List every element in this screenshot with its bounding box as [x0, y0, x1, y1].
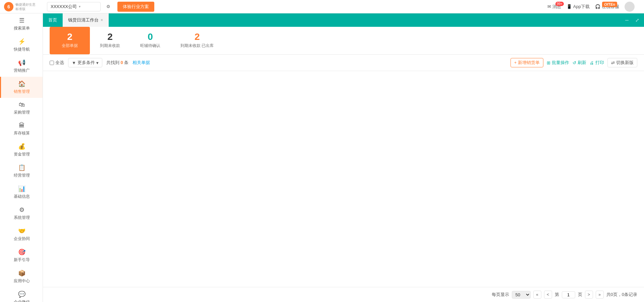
- stat-num-overdue: 2: [107, 32, 113, 42]
- stat-num-pending: 0: [148, 32, 153, 42]
- sidebar-item-operations[interactable]: 📋 经营管理: [0, 161, 43, 182]
- stat-label-all: 全部单据: [62, 43, 78, 49]
- stat-card-overdue[interactable]: 2 到期未收款: [90, 27, 130, 54]
- headset-icon: 🎧: [595, 4, 600, 9]
- app-download-button[interactable]: 📱 App下载: [567, 4, 590, 10]
- sidebar-item-marketing[interactable]: 📢 营销推广: [0, 56, 43, 77]
- filter-label: 更多条件: [77, 60, 95, 66]
- print-icon: 🖨: [590, 60, 594, 65]
- sidebar-label-sales: 销售管理: [14, 89, 30, 95]
- filter-dropdown-icon: ▾: [96, 60, 99, 65]
- sidebar-item-purchase[interactable]: 🛍 采购管理: [0, 98, 43, 119]
- page-size-label: 每页显示: [492, 292, 509, 298]
- related-records-link[interactable]: 相关单据: [132, 60, 150, 66]
- tab-home[interactable]: 首页: [43, 13, 63, 27]
- sidebar-label-quick-nav: 快捷导航: [14, 47, 30, 52]
- avatar[interactable]: [625, 2, 635, 12]
- quick-nav-icon: ⚡: [18, 38, 25, 45]
- toolbar-right: + 新增销货单 ⊞ 批量操作 ↺ 刷新 🖨 打印 ⇄: [511, 58, 637, 67]
- batch-label: 批量操作: [552, 60, 569, 66]
- company-selector[interactable]: XXXXXX公司 ▾: [47, 2, 101, 11]
- toolbar: 全选 ▼ 更多条件 ▾ 共找到 0 条 相关单据 + 新增销货单 ⊞: [43, 55, 644, 71]
- basic-info-icon: 📊: [18, 185, 25, 192]
- print-label: 打印: [595, 60, 604, 66]
- total-text: 共0页，0条记录: [606, 292, 637, 298]
- sidebar-item-guide[interactable]: 🎯 新手引导: [0, 245, 43, 266]
- prev-page-button[interactable]: <: [544, 291, 552, 299]
- sidebar-label-app-center: 应用中心: [14, 278, 30, 284]
- try-industry-button[interactable]: 体验行业方案: [117, 2, 154, 12]
- first-page-button[interactable]: «: [533, 291, 541, 299]
- sidebar-label-purchase: 采购管理: [14, 110, 30, 115]
- sidebar-label-inventory: 库存核算: [14, 130, 30, 136]
- new-sales-order-button[interactable]: + 新增销货单: [511, 58, 543, 67]
- message-button[interactable]: ✉ 消息 99+: [547, 4, 561, 10]
- inventory-icon: 🏛: [19, 122, 25, 129]
- filter-button[interactable]: ▼ 更多条件 ▾: [68, 58, 102, 67]
- main-layout: ☰ 搜索菜单 ⚡ 快捷导航 📢 营销推广 🏠 销售管理 🛍 采购管理 🏛 库存核…: [0, 13, 644, 302]
- switch-version-button[interactable]: ⇄ 切换新版: [607, 58, 637, 67]
- stats-row: 2 全部单据 2 到期未收款 0 旺辅待确认 2 到期未收款 已出库: [43, 27, 644, 55]
- sidebar-item-enterprise[interactable]: 🤝 企业协同: [0, 224, 43, 245]
- refresh-button[interactable]: ↺ 刷新: [573, 60, 586, 66]
- stat-card-pending[interactable]: 0 旺辅待确认: [130, 27, 170, 54]
- stat-card-all[interactable]: 2 全部单据: [50, 27, 90, 54]
- enterprise-icon: 🤝: [18, 227, 25, 235]
- sidebar-item-basic-info[interactable]: 📊 基础信息: [0, 182, 43, 203]
- company-dropdown-arrow: ▾: [79, 5, 80, 8]
- page-suffix: 页: [578, 292, 582, 298]
- refresh-label: 刷新: [578, 60, 586, 66]
- refresh-icon: ↺: [573, 60, 576, 65]
- logo-icon: 6: [4, 2, 13, 11]
- sidebar-label-system: 系统管理: [14, 215, 30, 221]
- batch-operation-button[interactable]: ⊞ 批量操作: [547, 60, 569, 66]
- found-count: 0: [121, 60, 123, 65]
- select-all-label[interactable]: 全选: [50, 60, 64, 66]
- settings-button[interactable]: ⚙: [103, 2, 113, 12]
- sidebar-label-guide: 新手引导: [14, 257, 30, 263]
- select-all-text: 全选: [55, 60, 64, 66]
- switch-label: 切换新版: [616, 60, 634, 66]
- page-number-input[interactable]: [562, 291, 575, 298]
- wechat-icon: 💬: [18, 291, 25, 298]
- select-all-checkbox[interactable]: [50, 61, 54, 65]
- logo-text: 畅捷通好生意 标准版: [15, 2, 36, 11]
- logo-area: 6 畅捷通好生意 标准版: [4, 2, 47, 11]
- sidebar-item-finance[interactable]: 💰 资金管理: [0, 139, 43, 161]
- stat-card-shipped[interactable]: 2 到期未收款 已出库: [170, 27, 224, 54]
- sidebar-item-system[interactable]: ⚙ 系统管理: [0, 203, 43, 224]
- sidebar-label-operations: 经营管理: [14, 173, 30, 178]
- sidebar-item-inventory[interactable]: 🏛 库存核算: [0, 119, 43, 139]
- tab-cashflow[interactable]: 钱货日清工作台 ×: [63, 13, 109, 27]
- top-header: 6 畅捷通好生意 标准版 XXXXXX公司 ▾ ⚙ 体验行业方案 ✉ 消息 99…: [0, 0, 644, 13]
- operations-icon: 📋: [18, 164, 25, 171]
- tab-minimize-button[interactable]: ─: [623, 17, 631, 23]
- app-download-label: App下载: [573, 4, 590, 10]
- page-area: 2 全部单据 2 到期未收款 0 旺辅待确认 2 到期未收款 已出库: [43, 27, 644, 302]
- print-button[interactable]: 🖨 打印: [590, 60, 604, 66]
- next-page-button[interactable]: >: [585, 291, 593, 299]
- guide-icon: 🎯: [18, 248, 25, 256]
- sidebar-item-wechat[interactable]: 💬 企业微信: [0, 287, 43, 302]
- tab-controls: ─ ⤢: [621, 13, 644, 27]
- search-menu-icon: ☰: [19, 17, 24, 24]
- page-size-select[interactable]: 50 20 100: [512, 291, 531, 299]
- sidebar-item-quick-nav[interactable]: ⚡ 快捷导航: [0, 35, 43, 56]
- stat-label-shipped: 到期未收款 已出库: [180, 43, 214, 49]
- sidebar: ☰ 搜索菜单 ⚡ 快捷导航 📢 营销推广 🏠 销售管理 🛍 采购管理 🏛 库存核…: [0, 13, 43, 302]
- tab-close-button[interactable]: ×: [101, 18, 103, 22]
- sidebar-item-search-menu[interactable]: ☰ 搜索菜单: [0, 13, 43, 35]
- tab-maximize-button[interactable]: ⤢: [633, 17, 641, 23]
- marketing-icon: 📢: [18, 59, 25, 66]
- table-area: [43, 71, 644, 287]
- stat-num-shipped: 2: [195, 32, 200, 42]
- found-text: 共找到 0 条: [106, 60, 128, 66]
- last-page-button[interactable]: »: [596, 291, 604, 299]
- app-center-icon: 📦: [18, 269, 25, 277]
- sidebar-item-app-center[interactable]: 📦 应用中心: [0, 266, 43, 287]
- sidebar-item-sales[interactable]: 🏠 销售管理: [0, 77, 43, 98]
- stat-num-all: 2: [67, 32, 72, 42]
- system-icon: ⚙: [19, 206, 24, 214]
- tab-home-label: 首页: [48, 17, 57, 23]
- sidebar-label-basic-info: 基础信息: [14, 194, 30, 199]
